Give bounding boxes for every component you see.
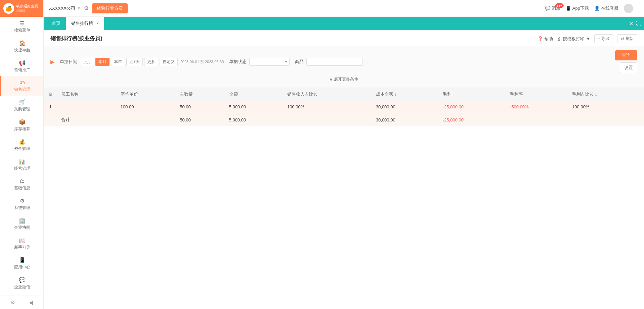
notification-button[interactable]: 💬 消息 99+ bbox=[545, 5, 560, 11]
date-range-text: 2023-06-01 至 2023-06-30 bbox=[180, 59, 224, 64]
help-label: 帮助 bbox=[544, 36, 553, 42]
settings-footer-icon[interactable]: ⚙ bbox=[10, 299, 15, 306]
col-amount: 全额 bbox=[225, 88, 283, 101]
page-content: 销售排行榜(按业务员) ❓ 帮助 🖨 按模板打印 ▼ ↑ 导出 ↺ 刷新 bbox=[44, 30, 644, 309]
system-icon: ⚙ bbox=[20, 198, 25, 204]
goods-more-icon[interactable]: ··· bbox=[366, 59, 370, 64]
refresh-icon: ↺ bbox=[621, 37, 624, 41]
cell-gross-ratio: 100.00% bbox=[568, 101, 644, 113]
footer-gross-profit: -25,000.00 bbox=[439, 113, 506, 126]
cell-rank: 1 bbox=[44, 101, 57, 113]
cell-sales-ratio: 100.00% bbox=[283, 101, 372, 113]
date-range-buttons: 上月 本月 本年 近7天 更多 自定义 bbox=[80, 58, 178, 66]
print-label: 按模板打印 bbox=[563, 36, 585, 42]
table-header-row: ⚙ 员工名称 平均单价 主数量 全额 销售收入占比% 成本全额 ℹ 毛利 毛利率 bbox=[44, 88, 644, 101]
help-link[interactable]: ❓ 帮助 bbox=[538, 36, 553, 42]
sidebar-item-inventory[interactable]: 📦 库存核算 bbox=[0, 115, 43, 135]
tab-expand-icon[interactable]: ⛶ bbox=[636, 20, 641, 27]
app-download-button[interactable]: 📱 App下载 bbox=[566, 5, 589, 11]
col-quantity: 主数量 bbox=[176, 88, 225, 101]
sidebar-item-appcenter[interactable]: 📱 应用中心 bbox=[0, 254, 43, 273]
export-button[interactable]: ↑ 导出 bbox=[594, 34, 613, 43]
cell-amount: 5,000.00 bbox=[225, 101, 283, 113]
cell-gross-profit: -25,000.00 bbox=[439, 101, 506, 113]
custom-date-btn[interactable]: 自定义 bbox=[160, 58, 178, 66]
tab-home[interactable]: 首页 bbox=[46, 17, 66, 30]
print-button[interactable]: 🖨 按模板打印 ▼ bbox=[557, 36, 590, 42]
tab-close-icon[interactable]: × bbox=[96, 21, 99, 26]
sales-ranking-table: ⚙ 员工名称 平均单价 主数量 全额 销售收入占比% 成本全额 ℹ 毛利 毛利率 bbox=[44, 88, 644, 126]
status-select-wrapper: ▼ bbox=[249, 58, 290, 66]
footer-gross-rate bbox=[506, 113, 568, 126]
page-header: 销售排行榜(按业务员) ❓ 帮助 🖨 按模板打印 ▼ ↑ 导出 ↺ 刷新 bbox=[44, 30, 644, 46]
gross-ratio-info-icon[interactable]: ℹ bbox=[595, 92, 597, 96]
footer-amount: 5,000.00 bbox=[225, 113, 283, 126]
sidebar-item-label: 应用中心 bbox=[14, 264, 30, 270]
user-avatar[interactable] bbox=[624, 4, 633, 13]
sidebar-item-sales[interactable]: 🛍 销售管理 bbox=[0, 76, 43, 96]
tab-sales-ranking[interactable]: 销售排行榜 × bbox=[66, 17, 104, 30]
status-select[interactable] bbox=[249, 58, 290, 66]
filter-right-actions: 查询 设置 bbox=[615, 50, 637, 73]
table-gear-icon[interactable]: ⚙ bbox=[48, 92, 53, 97]
inventory-icon: 📦 bbox=[19, 119, 26, 125]
finance-icon: 💰 bbox=[19, 139, 26, 145]
trial-button[interactable]: 体验行业方案 bbox=[92, 3, 128, 13]
date-filter-item: 单据日期 上月 本月 本年 近7天 更多 自定义 2023-06-01 至 20… bbox=[60, 58, 224, 66]
online-service-button[interactable]: 👤 在线客服 bbox=[594, 5, 618, 11]
date-filter-label: 单据日期 bbox=[60, 59, 77, 65]
col-cost: 成本全额 ℹ bbox=[372, 88, 439, 101]
home-icon: 🏠 bbox=[19, 40, 26, 46]
sidebar-item-baseinfo[interactable]: 🗂 基础信息 bbox=[0, 175, 43, 194]
current-year-btn[interactable]: 本年 bbox=[111, 58, 125, 66]
company-selector[interactable]: XXXXXX公司 ▼ bbox=[49, 5, 81, 11]
sidebar-item-label: 基础信息 bbox=[14, 185, 30, 191]
sidebar-item-enterprise[interactable]: 🏢 企业协同 bbox=[0, 214, 43, 234]
sidebar-logo: 🍊 畅康通好生意 标准版 bbox=[0, 0, 43, 17]
sidebar-nav: ☰ 搜索菜单 🏠 快捷导航 📢 营销推广 🛍 销售管理 🛒 采购管理 📦 库存核… bbox=[0, 17, 43, 296]
refresh-button[interactable]: ↺ 刷新 bbox=[617, 34, 637, 43]
sidebar-item-marketing[interactable]: 📢 营销推广 bbox=[0, 56, 43, 76]
sidebar-item-label: 采购管理 bbox=[14, 106, 30, 112]
sidebar-item-label: 资金管理 bbox=[14, 146, 30, 152]
sidebar-item-system[interactable]: ⚙ 系统管理 bbox=[0, 194, 43, 214]
tab-bar: 首页 销售排行榜 × ✕ ⛶ bbox=[44, 17, 644, 30]
filter-expand-arrow[interactable]: ▶ bbox=[50, 59, 54, 65]
last-7days-btn[interactable]: 近7天 bbox=[126, 58, 143, 66]
current-month-btn[interactable]: 本月 bbox=[95, 58, 110, 66]
sidebar-item-label: 库存核算 bbox=[14, 126, 30, 132]
expand-more-label: 展开更多条件 bbox=[334, 76, 358, 82]
expand-more-button[interactable]: ∨ 展开更多条件 bbox=[50, 75, 637, 84]
baseinfo-icon: 🗂 bbox=[19, 178, 25, 184]
tab-minimize-icon[interactable]: ✕ bbox=[629, 20, 633, 27]
refresh-label: 刷新 bbox=[626, 36, 634, 42]
online-service-label: 在线客服 bbox=[601, 5, 618, 11]
header-right: 💬 消息 99+ 📱 App下载 👤 在线客服 bbox=[545, 4, 639, 13]
last-month-btn[interactable]: 上月 bbox=[80, 58, 94, 66]
sidebar-item-wechat[interactable]: 💬 企业微信 bbox=[0, 273, 43, 293]
tab-home-label: 首页 bbox=[52, 20, 60, 27]
sidebar-item-operations[interactable]: 📊 经营管理 bbox=[0, 155, 43, 175]
more-date-btn[interactable]: 更多 bbox=[144, 58, 158, 66]
cost-info-icon[interactable]: ℹ bbox=[395, 92, 396, 96]
operations-icon: 📊 bbox=[19, 158, 26, 165]
query-button[interactable]: 查询 bbox=[615, 50, 637, 60]
goods-input[interactable] bbox=[306, 58, 363, 66]
collapse-icon[interactable]: ◀ bbox=[29, 299, 33, 306]
company-chevron-icon: ▼ bbox=[77, 6, 81, 10]
sidebar-item-member[interactable]: 🎖 畅会员 bbox=[0, 293, 43, 296]
settings-button[interactable]: 设置 bbox=[620, 62, 637, 73]
header-gear-icon[interactable]: ⚙ bbox=[84, 5, 89, 11]
footer-avg-price bbox=[117, 113, 176, 126]
top-header: XXXXXX公司 ▼ ⚙ 体验行业方案 💬 消息 99+ 📱 App下载 👤 在… bbox=[44, 0, 644, 17]
sidebar-item-guide[interactable]: 📖 新手引导 bbox=[0, 234, 43, 254]
sidebar-item-finance[interactable]: 💰 资金管理 bbox=[0, 135, 43, 155]
sidebar-item-label: 营销推广 bbox=[14, 67, 30, 73]
col-gross-profit: 毛利 bbox=[439, 88, 506, 101]
purchase-icon: 🛒 bbox=[19, 99, 26, 105]
sidebar-item-search[interactable]: ☰ 搜索菜单 bbox=[0, 17, 43, 37]
sidebar-item-quicknav[interactable]: 🏠 快捷导航 bbox=[0, 37, 43, 56]
footer-gross-ratio bbox=[568, 113, 644, 126]
sidebar-item-purchase[interactable]: 🛒 采购管理 bbox=[0, 96, 43, 115]
sales-icon: 🛍 bbox=[19, 80, 25, 86]
